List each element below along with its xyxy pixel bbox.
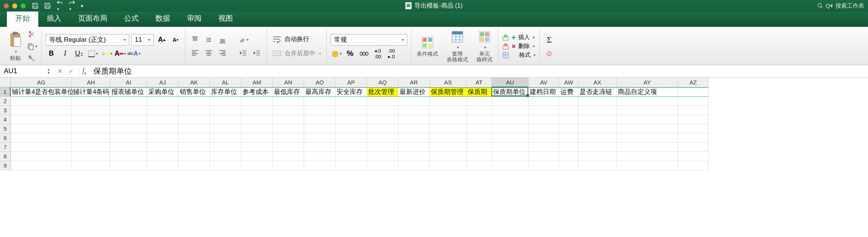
cell-AJ8[interactable] xyxy=(147,152,179,161)
cell-AL8[interactable] xyxy=(210,152,241,161)
window-close-button[interactable] xyxy=(4,3,9,8)
align-middle-button[interactable] xyxy=(203,35,215,45)
cell-AK2[interactable] xyxy=(179,97,210,106)
align-bottom-button[interactable] xyxy=(217,35,228,45)
cell-AV4[interactable] xyxy=(529,115,559,124)
cell-AH2[interactable] xyxy=(72,97,110,106)
cell-AU6[interactable] xyxy=(492,133,529,143)
paste-button[interactable]: ▾ 粘贴 xyxy=(7,30,24,62)
cell-AK9[interactable] xyxy=(179,161,210,170)
italic-button[interactable]: I xyxy=(59,49,71,59)
underline-button[interactable]: U▾ xyxy=(73,49,85,59)
cell-AL3[interactable] xyxy=(210,106,241,115)
cell-AZ8[interactable] xyxy=(678,152,709,161)
cell-AY5[interactable] xyxy=(617,124,678,133)
cell-AO9[interactable] xyxy=(304,161,336,170)
column-header-AZ[interactable]: AZ xyxy=(678,77,709,87)
cell-AQ6[interactable] xyxy=(367,133,398,143)
cell-AO4[interactable] xyxy=(304,115,336,124)
phonetic-button[interactable]: abcA▾ xyxy=(128,49,140,59)
cell-AJ7[interactable] xyxy=(147,143,179,152)
comma-button[interactable]: 000 xyxy=(358,49,370,59)
cell-AO2[interactable] xyxy=(304,97,336,106)
search-box[interactable]: Q▾ 搜索工作表 xyxy=(817,2,864,10)
qat-customize-icon[interactable]: ▾ xyxy=(81,3,84,9)
cell-AZ3[interactable] xyxy=(678,106,709,115)
cell-AV1[interactable]: 建档日期 xyxy=(529,87,559,97)
cell-AS6[interactable] xyxy=(430,133,467,143)
cell-AR4[interactable] xyxy=(398,115,430,124)
cell-AP9[interactable] xyxy=(336,161,367,170)
cell-AJ2[interactable] xyxy=(147,97,179,106)
cell-AQ9[interactable] xyxy=(367,161,398,170)
cell-AT6[interactable] xyxy=(467,133,492,143)
row-header-4[interactable]: 4 xyxy=(0,115,11,124)
tab-review[interactable]: 审阅 xyxy=(179,10,210,27)
cell-AZ9[interactable] xyxy=(678,161,709,170)
cell-AK6[interactable] xyxy=(179,133,210,143)
wrap-text-button[interactable]: 自动换行 xyxy=(271,34,323,45)
cell-AM5[interactable] xyxy=(241,124,273,133)
cell-AX5[interactable] xyxy=(578,124,617,133)
cell-AY9[interactable] xyxy=(617,161,678,170)
cell-AI3[interactable] xyxy=(110,106,147,115)
cell-AG4[interactable] xyxy=(11,115,72,124)
cell-AQ5[interactable] xyxy=(367,124,398,133)
cell-AP4[interactable] xyxy=(336,115,367,124)
copy-button[interactable]: ▾ xyxy=(26,41,38,51)
currency-button[interactable]: ▾ xyxy=(331,49,342,59)
cell-AK4[interactable] xyxy=(179,115,210,124)
column-header-AN[interactable]: AN xyxy=(273,77,304,87)
cell-AX6[interactable] xyxy=(578,133,617,143)
cell-AL5[interactable] xyxy=(210,124,241,133)
cell-AX4[interactable] xyxy=(578,115,617,124)
cell-AP2[interactable] xyxy=(336,97,367,106)
orientation-button[interactable]: ab▾ xyxy=(237,35,249,45)
cell-AH1[interactable]: 辅计量4条码 xyxy=(72,87,110,97)
cell-AT2[interactable] xyxy=(467,97,492,106)
column-header-AL[interactable]: AL xyxy=(210,77,241,87)
cell-AW7[interactable] xyxy=(559,143,578,152)
cell-AY2[interactable] xyxy=(617,97,678,106)
cell-AW6[interactable] xyxy=(559,133,578,143)
cell-AV9[interactable] xyxy=(529,161,559,170)
cell-AW9[interactable] xyxy=(559,161,578,170)
spreadsheet-grid[interactable]: AGAHAIAJAKALAMANAOAPAQARASATAUAVAWAXAYAZ… xyxy=(0,77,868,170)
cell-AR1[interactable]: 最新进价 xyxy=(398,87,430,97)
cell-AS8[interactable] xyxy=(430,152,467,161)
cell-AS4[interactable] xyxy=(430,115,467,124)
column-header-AJ[interactable]: AJ xyxy=(147,77,179,87)
undo-icon[interactable]: ▾ xyxy=(56,0,63,12)
cell-AH4[interactable] xyxy=(72,115,110,124)
cell-AY4[interactable] xyxy=(617,115,678,124)
cell-AG2[interactable] xyxy=(11,97,72,106)
decrease-font-button[interactable]: A▾ xyxy=(170,35,181,45)
number-format-select[interactable]: 常规▾ xyxy=(331,34,407,46)
cell-AU5[interactable] xyxy=(492,124,529,133)
cell-AM6[interactable] xyxy=(241,133,273,143)
cell-AQ7[interactable] xyxy=(367,143,398,152)
increase-decimal-button[interactable]: ◂.0.00 xyxy=(372,49,383,59)
cell-AT7[interactable] xyxy=(467,143,492,152)
cell-AJ5[interactable] xyxy=(147,124,179,133)
cell-AQ8[interactable] xyxy=(367,152,398,161)
select-all-corner[interactable] xyxy=(0,77,11,87)
cell-AM1[interactable]: 参考成本 xyxy=(241,87,273,97)
cell-AP6[interactable] xyxy=(336,133,367,143)
font-name-select[interactable]: 等线 Regular (正文)▾ xyxy=(46,34,129,46)
cell-AH5[interactable] xyxy=(72,124,110,133)
cell-AM3[interactable] xyxy=(241,106,273,115)
cell-AZ6[interactable] xyxy=(678,133,709,143)
cell-AY8[interactable] xyxy=(617,152,678,161)
cell-AX2[interactable] xyxy=(578,97,617,106)
cell-AO1[interactable]: 最高库存 xyxy=(304,87,336,97)
column-header-AK[interactable]: AK xyxy=(179,77,210,87)
cell-AO8[interactable] xyxy=(304,152,336,161)
cell-AM2[interactable] xyxy=(241,97,273,106)
align-left-button[interactable] xyxy=(189,48,201,58)
cell-AS3[interactable] xyxy=(430,106,467,115)
column-header-AW[interactable]: AW xyxy=(559,77,578,87)
cell-AH7[interactable] xyxy=(72,143,110,152)
cell-AI6[interactable] xyxy=(110,133,147,143)
row-header-6[interactable]: 6 xyxy=(0,133,11,143)
